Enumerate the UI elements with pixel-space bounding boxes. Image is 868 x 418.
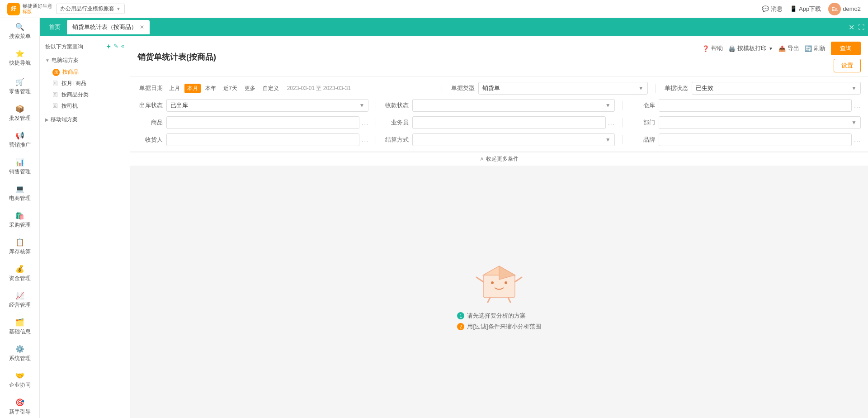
outstatus-label: 出库状态 [137,101,163,109]
refresh-icon: 🔄 [805,45,812,52]
empty-tips: 1 请先选择要分析的方案 2 用[过滤]条件来缩小分析范围 [457,312,541,333]
brand-input[interactable] [659,133,852,146]
content-area: 按以下方案查询 + ✎ « ▼ 电脑端方案 按 按商品 [40,36,868,418]
refresh-button[interactable]: 🔄 刷新 [805,44,826,52]
sales-icon: 📊 [15,158,24,166]
sidebar-item-purchase[interactable]: 🛍️ 采购管理 [0,207,39,233]
page-actions: ❓ 帮助 🖨️ 按模板打印 ▼ 📤 导出 [702,42,861,55]
filter-sep4 [622,101,623,110]
sidebar-item-corp-collab[interactable]: 🤝 企业协同 [0,367,39,394]
tip-num-1: 1 [457,312,464,319]
left-panel-header: 按以下方案查询 + ✎ « [40,40,130,53]
sidebar-item-guide[interactable]: 🎯 新手引导 [0,394,39,418]
help-icon: ❓ [702,45,709,52]
department-select[interactable]: ▼ [659,116,861,129]
tip-num-2: 2 [457,323,464,330]
sidebar-item-retail[interactable]: 🛒 零售管理 [0,73,39,100]
guide-icon: 🎯 [15,398,24,407]
ecommerce-icon: 💻 [15,185,24,193]
add-scheme-button[interactable]: + [106,43,110,51]
recipient-input[interactable] [166,133,359,146]
salesperson-input[interactable] [412,116,605,129]
filter-docstatus-cell: 单据状态 已生效 ▼ [663,82,861,95]
scheme-group-mobile-title[interactable]: ▶ 移动端方案 [40,114,130,126]
app-download-button[interactable]: 📱 App下载 [790,5,821,13]
collapse-panel-button[interactable]: « [121,43,124,51]
warehouse-dots-icon[interactable]: … [854,101,861,109]
docstatus-select[interactable]: 已生效 ▼ [692,82,861,95]
scheme-item-by-month-goods[interactable]: 回 按月+商品 [40,78,130,89]
doctype-select[interactable]: 销货单 ▼ [478,82,647,95]
scheme-sub-icon3: 回 [52,102,58,110]
sidebar-item-ecommerce[interactable]: 💻 电商管理 [0,180,39,207]
maximize-window-icon[interactable]: ⛶ [858,24,864,31]
print-arrow-icon: ▼ [769,46,773,51]
quick-nav-icon: ⭐ [15,49,24,58]
help-button[interactable]: ❓ 帮助 [702,44,723,52]
tab-home[interactable]: 首页 [43,20,66,34]
setting-button[interactable]: 设置 [834,59,861,72]
edit-scheme-button[interactable]: ✎ [113,43,118,51]
scheme-item-by-category[interactable]: 回 按商品分类 [40,89,130,100]
receiptstatus-select[interactable]: ▼ [412,99,614,112]
tab-close-icon[interactable]: ✕ [140,24,144,30]
goods-label: 商品 [137,119,163,127]
scheme-item-by-goods[interactable]: 按 按商品 [40,66,130,78]
marketing-icon: 📢 [15,131,24,140]
user-avatar[interactable]: Ea demo2 [828,3,861,15]
filter-sep1 [442,84,442,93]
collapse-more-button[interactable]: ∧ 收起更多条件 [130,152,868,166]
message-button[interactable]: 💬 消息 [762,5,783,13]
page-header-right: ❓ 帮助 🖨️ 按模板打印 ▼ 📤 导出 [702,42,861,72]
sidebar-item-marketing[interactable]: 📢 营销推广 [0,127,39,153]
recipient-dots-icon[interactable]: … [361,136,368,144]
salesperson-dots-icon[interactable]: … [608,119,615,127]
date-custom[interactable]: 自定义 [260,84,282,93]
svg-point-4 [505,281,507,284]
expand-arrow-mobile-icon: ▶ [45,117,49,122]
sidebar-item-basic[interactable]: 🗂️ 基础信息 [0,314,39,340]
date-more[interactable]: 更多 [242,84,258,93]
sidebar-item-system[interactable]: ⚙️ 系统管理 [0,340,39,367]
export-button[interactable]: 📤 导出 [778,44,799,52]
svg-line-6 [508,298,510,302]
sidebar-item-inventory[interactable]: 📋 库存核算 [0,233,39,260]
query-button[interactable]: 查询 [831,42,861,55]
system-icon: ⚙️ [15,345,24,353]
sidebar-item-finance[interactable]: 💰 资金管理 [0,260,39,287]
sidebar-item-sales[interactable]: 📊 销售管理 [0,153,39,180]
scheme-item-by-cashier[interactable]: 回 按司机 [40,100,130,112]
filter-row-3: 商品 … 业务员 … 部门 [137,116,861,129]
sidebar-item-wholesale[interactable]: 📦 批发管理 [0,100,39,127]
date-this-month[interactable]: 本月 [184,84,201,93]
sidebar-item-search-menu[interactable]: 🔍 搜索菜单 [0,18,39,45]
date-last-month[interactable]: 上月 [166,84,183,93]
sidebar-item-quick-nav[interactable]: ⭐ 快捷导航 [0,45,39,71]
settlement-select[interactable]: ▼ [412,133,614,146]
app-selector[interactable]: 办公用品行业模拟账套 ▼ [56,4,125,14]
main-layout: 🔍 搜索菜单 ⭐ 快捷导航 🛒 零售管理 📦 批发管理 📢 营销推广 📊 销售管… [0,18,868,418]
tab-sales-stat[interactable]: 销货单统计表（按商品） ✕ [67,20,150,34]
date-7days[interactable]: 近7天 [221,84,240,93]
close-window-icon[interactable]: ✕ [849,23,854,32]
filter-sep6 [622,118,623,127]
goods-input[interactable] [166,116,359,129]
inventory-icon: 📋 [15,238,24,247]
filter-sep7 [376,135,376,144]
warehouse-input[interactable] [659,99,852,112]
template-print-button[interactable]: 🖨️ 按模板打印 ▼ [728,44,773,52]
filter-goods-cell: 商品 … [137,116,368,129]
setting-row: 设置 [834,57,861,72]
outstatus-select[interactable]: 已出库 ▼ [166,99,368,112]
scheme-group-pc-title[interactable]: ▼ 电脑端方案 [40,54,130,66]
sidebar: 🔍 搜索菜单 ⭐ 快捷导航 🛒 零售管理 📦 批发管理 📢 营销推广 📊 销售管… [0,18,40,418]
sidebar-item-operation[interactable]: 📈 经营管理 [0,287,39,314]
goods-dots-icon[interactable]: … [361,119,368,127]
brand-dots-icon[interactable]: … [854,136,861,144]
tab-window-controls: ✕ ⛶ [849,23,864,32]
filter-row-4: 收货人 … 结算方式 ▼ [137,133,861,146]
corp-collab-icon: 🤝 [15,371,24,380]
date-this-year[interactable]: 本年 [203,84,219,93]
filter-settlement-cell: 结算方式 ▼ [383,133,614,146]
filter-sep2 [655,84,656,93]
